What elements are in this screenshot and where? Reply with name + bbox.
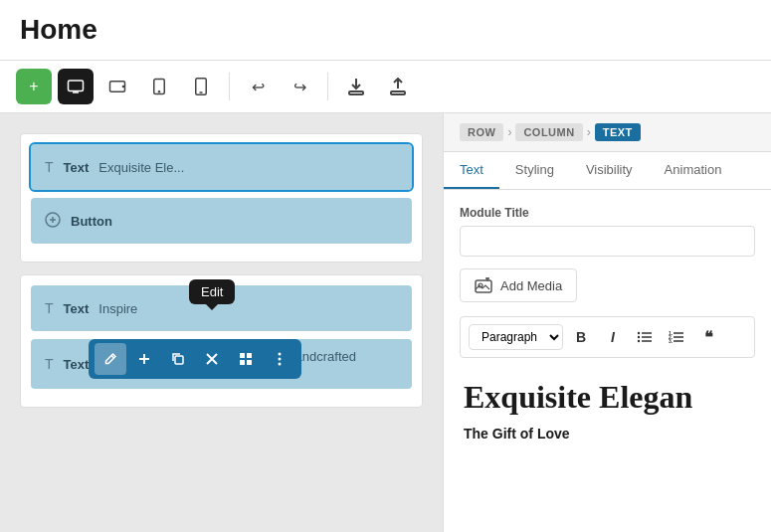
svg-rect-10 xyxy=(391,91,405,94)
svg-point-27 xyxy=(638,340,640,342)
breadcrumb-text[interactable]: TEXT xyxy=(595,123,641,141)
svg-rect-0 xyxy=(69,81,84,91)
svg-point-4 xyxy=(122,86,123,87)
upload-button[interactable] xyxy=(380,69,416,104)
quote-button[interactable]: ❝ xyxy=(694,323,722,351)
float-divider-button[interactable] xyxy=(128,343,160,375)
breadcrumb-arrow-2: › xyxy=(587,125,591,139)
breadcrumb-column[interactable]: COLUMN xyxy=(515,123,582,141)
svg-rect-13 xyxy=(247,353,252,358)
mobile-button[interactable] xyxy=(183,69,219,104)
text-type-icon-3: T xyxy=(45,356,54,372)
canvas-section-1: T Text Exquisite Ele... xyxy=(20,133,423,263)
text-type-icon-2: T xyxy=(45,300,54,316)
float-more-button[interactable] xyxy=(264,343,295,375)
svg-point-25 xyxy=(638,332,640,334)
canvas: Edit T Text Exquisite Ele... xyxy=(0,113,443,532)
rte-toolbar: Paragraph B I 1.2.3. ❝ xyxy=(460,316,755,358)
add-button[interactable]: + xyxy=(16,69,52,104)
edit-tooltip: Edit xyxy=(189,279,235,304)
breadcrumb-arrow-1: › xyxy=(507,125,511,139)
toolbar-divider-1 xyxy=(229,73,230,100)
desktop-view-button[interactable] xyxy=(58,69,94,104)
content-heading: Exquisite Elegan xyxy=(464,378,751,416)
svg-point-26 xyxy=(638,336,640,338)
tab-text[interactable]: Text xyxy=(444,152,499,189)
ul-button[interactable] xyxy=(631,323,659,351)
undo-button[interactable]: ↩ xyxy=(240,69,276,104)
svg-rect-11 xyxy=(175,356,183,364)
module-title-input[interactable] xyxy=(460,226,755,257)
svg-rect-12 xyxy=(240,353,245,358)
toolbar-divider-2 xyxy=(327,73,328,100)
float-edit-button[interactable] xyxy=(95,343,126,375)
button-type-icon xyxy=(45,212,61,231)
float-toolbar xyxy=(89,339,301,379)
tab-styling[interactable]: Styling xyxy=(499,152,570,189)
module-title-label: Module Title xyxy=(460,206,755,220)
panel-content: Module Title Add Media Paragraph B I 1.2… xyxy=(444,190,771,532)
svg-point-18 xyxy=(279,363,282,366)
svg-rect-9 xyxy=(349,91,363,94)
float-duplicate-button[interactable] xyxy=(162,343,194,375)
svg-rect-15 xyxy=(247,360,252,365)
download-button[interactable] xyxy=(338,69,374,104)
text-type-icon: T xyxy=(45,159,54,175)
float-grid-button[interactable] xyxy=(230,343,262,375)
page-title: Home xyxy=(20,14,751,46)
main-toolbar: + ↩ ↪ xyxy=(0,61,771,113)
tablet-landscape-button[interactable] xyxy=(99,69,135,104)
tab-animation[interactable]: Animation xyxy=(649,152,738,189)
content-subtitle: The Gift of Love xyxy=(464,426,751,442)
redo-button[interactable]: ↪ xyxy=(282,69,317,104)
float-delete-button[interactable] xyxy=(196,343,228,375)
button-module[interactable]: Button xyxy=(31,198,412,244)
svg-point-17 xyxy=(279,358,282,361)
italic-button[interactable]: I xyxy=(599,323,627,351)
tab-visibility[interactable]: Visibility xyxy=(570,152,649,189)
svg-point-16 xyxy=(279,353,282,356)
text-module-1[interactable]: T Text Exquisite Ele... xyxy=(31,144,412,190)
bold-button[interactable]: B xyxy=(567,323,595,351)
tablet-portrait-button[interactable] xyxy=(141,69,177,104)
svg-rect-14 xyxy=(240,360,245,365)
breadcrumb-row[interactable]: ROW xyxy=(460,123,503,141)
content-area: Exquisite Elegan The Gift of Love xyxy=(460,370,755,449)
panel-tabs: Text Styling Visibility Animation xyxy=(444,152,771,190)
header: Home xyxy=(0,0,771,61)
paragraph-select[interactable]: Paragraph xyxy=(469,324,563,350)
breadcrumb: ROW › COLUMN › TEXT xyxy=(444,113,771,152)
right-panel: ROW › COLUMN › TEXT Text Styling Visibil… xyxy=(443,113,771,532)
ol-button[interactable]: 1.2.3. xyxy=(663,323,690,351)
main-area: Edit T Text Exquisite Ele... xyxy=(0,113,771,532)
svg-point-6 xyxy=(158,91,159,92)
svg-text:3.: 3. xyxy=(669,338,674,344)
add-media-button[interactable]: Add Media xyxy=(460,268,577,302)
